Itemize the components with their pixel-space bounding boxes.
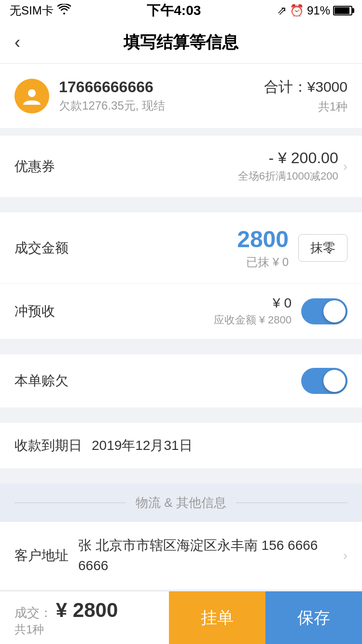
due-date-label: 收款到期日 bbox=[14, 436, 82, 455]
address-value: 张 北京市市辖区海淀区永丰南 156 6666 6666 bbox=[78, 535, 343, 576]
logistics-line-left bbox=[14, 503, 126, 503]
bottom-deal-count: 共1种 bbox=[14, 622, 154, 637]
status-bar: 无SIM卡 下午4:03 ⇗ ⏰ 91% bbox=[0, 0, 362, 21]
battery-icon bbox=[333, 6, 352, 15]
form-section: 成交金额 2800 已抹 ¥ 0 抹零 冲预收 ¥ 0 应收金额 ¥ 2800 bbox=[0, 212, 362, 339]
divider-1 bbox=[0, 205, 362, 212]
coupon-right: - ¥ 200.00 全场6折满1000减200 › bbox=[238, 149, 348, 183]
total-count: 共1种 bbox=[264, 99, 348, 114]
prepay-amount: ¥ 0 bbox=[214, 295, 292, 311]
svg-point-0 bbox=[28, 89, 36, 97]
avatar bbox=[14, 79, 49, 113]
total-price: 合计：¥3000 bbox=[264, 77, 348, 97]
battery-percent: 91% bbox=[307, 4, 330, 17]
divider-2 bbox=[0, 347, 362, 354]
debt-label: 本单赊欠 bbox=[14, 372, 69, 390]
customer-row: 17666666666 欠款1276.35元, 现结 合计：¥3000 共1种 bbox=[0, 64, 362, 128]
prepay-right: ¥ 0 应收金额 ¥ 2800 bbox=[214, 295, 348, 327]
amount-number: 2800 bbox=[237, 226, 289, 252]
bottom-left: 成交： ¥ 2800 共1种 bbox=[0, 599, 169, 637]
coupon-desc: 全场6折满1000减200 bbox=[238, 169, 338, 183]
amount-right: 2800 已抹 ¥ 0 抹零 bbox=[237, 226, 348, 270]
coupon-row[interactable]: 优惠券 - ¥ 200.00 全场6折满1000减200 › bbox=[0, 136, 362, 197]
bottom-deal-label: 成交： bbox=[14, 605, 52, 620]
coupon-label: 优惠券 bbox=[14, 157, 55, 176]
nav-title: 填写结算等信息 bbox=[124, 31, 238, 54]
due-date-value: 2019年12月31日 bbox=[92, 436, 193, 455]
amount-value-wrap: 2800 已抹 ¥ 0 bbox=[237, 226, 289, 270]
save-button[interactable]: 保存 bbox=[265, 591, 362, 644]
amount-label: 成交金额 bbox=[14, 239, 69, 257]
logistics-label: 物流 & 其他信息 bbox=[126, 494, 236, 511]
divider-3 bbox=[0, 415, 362, 423]
prepay-label: 冲预收 bbox=[14, 302, 55, 321]
customer-phone: 17666666666 bbox=[59, 78, 165, 96]
coupon-discount: - ¥ 200.00 bbox=[238, 149, 338, 167]
back-button[interactable]: ‹ bbox=[14, 32, 20, 53]
prepay-receivable: 应收金额 ¥ 2800 bbox=[214, 313, 292, 327]
debt-row: 本单赊欠 bbox=[0, 354, 362, 407]
bottom-deal-price: ¥ 2800 bbox=[56, 599, 118, 621]
customer-left: 17666666666 欠款1276.35元, 现结 bbox=[14, 78, 165, 113]
address-label: 客户地址 bbox=[14, 546, 69, 565]
hang-button[interactable]: 挂单 bbox=[169, 591, 265, 644]
due-date-row: 收款到期日 2019年12月31日 bbox=[0, 423, 362, 468]
status-left: 无SIM卡 bbox=[10, 3, 71, 18]
carrier-label: 无SIM卡 bbox=[10, 3, 54, 18]
prepay-value-wrap: ¥ 0 应收金额 ¥ 2800 bbox=[214, 295, 292, 327]
amount-erased: 已抹 ¥ 0 bbox=[237, 254, 289, 270]
amount-row: 成交金额 2800 已抹 ¥ 0 抹零 bbox=[0, 212, 362, 284]
prepay-toggle-circle bbox=[323, 300, 346, 322]
logistics-header: 物流 & 其他信息 bbox=[0, 484, 362, 522]
debt-toggle-circle bbox=[323, 370, 346, 392]
logistics-line-right bbox=[236, 503, 348, 503]
prepay-toggle[interactable] bbox=[301, 298, 348, 324]
nav-bar: ‹ 填写结算等信息 bbox=[0, 21, 362, 64]
round-button[interactable]: 抹零 bbox=[298, 234, 348, 262]
divider-4 bbox=[0, 476, 362, 484]
customer-info: 17666666666 欠款1276.35元, 现结 bbox=[59, 78, 165, 113]
alarm-icon: ⏰ bbox=[290, 4, 304, 17]
coupon-value-wrap: - ¥ 200.00 全场6折满1000减200 bbox=[238, 149, 338, 183]
status-time: 下午4:03 bbox=[147, 1, 201, 20]
coupon-chevron-icon: › bbox=[343, 159, 348, 174]
bottom-bar: 成交： ¥ 2800 共1种 挂单 保存 bbox=[0, 591, 362, 644]
prepay-row: 冲预收 ¥ 0 应收金额 ¥ 2800 bbox=[0, 284, 362, 339]
customer-debt: 欠款1276.35元, 现结 bbox=[59, 98, 165, 113]
address-row[interactable]: 客户地址 张 北京市市辖区海淀区永丰南 156 6666 6666 › bbox=[0, 522, 362, 589]
status-right: ⇗ ⏰ 91% bbox=[277, 4, 352, 17]
wifi-icon bbox=[57, 4, 71, 17]
address-chevron-icon: › bbox=[343, 548, 348, 563]
debt-toggle[interactable] bbox=[301, 368, 348, 394]
location-icon: ⇗ bbox=[277, 4, 287, 17]
customer-right: 合计：¥3000 共1种 bbox=[264, 77, 348, 114]
